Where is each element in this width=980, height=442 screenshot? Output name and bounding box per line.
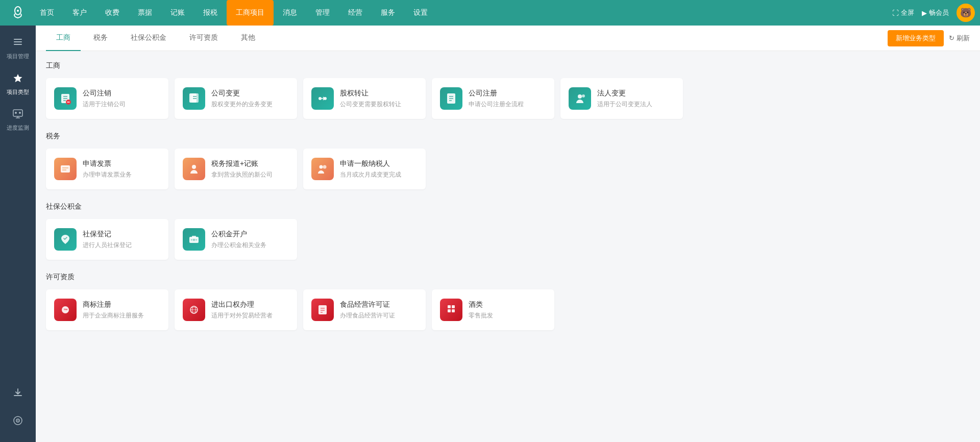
general-taxpayer-icon [311,158,334,180]
svg-point-8 [19,112,21,114]
add-type-button[interactable]: 新增业务类型 [888,30,944,46]
svg-rect-9 [14,395,22,396]
main-layout: 项目管理 项目类型 进度监测 [0,26,980,442]
svg-point-7 [15,112,17,114]
card-company-change[interactable]: 公司变更 股权变更外的业务变更 [175,78,297,119]
shuiwu-cards: 申请发票 办理申请发票业务 税务报道+记账 [46,149,970,189]
card-liquor[interactable]: 酒类 零售批发 [432,289,554,330]
legal-change-text: 法人变更 适用于公司变更法人 [597,89,652,109]
liquor-text: 酒类 零售批发 [469,300,493,320]
equity-transfer-icon [311,87,334,110]
sidebar: 项目管理 项目类型 进度监测 [0,26,36,442]
tax-accounting-desc: 拿到营业执照的新公司 [211,170,273,179]
trademark-desc: 用于企业商标注册服务 [83,311,144,320]
nav-tax[interactable]: 报税 [194,0,227,26]
trademark-name: 商标注册 [83,300,144,309]
svg-point-1 [17,10,19,12]
provident-fund-name: 公积金开户 [211,230,266,239]
sidebar-item-project-management[interactable]: 项目管理 [0,31,36,66]
sidebar-item-progress[interactable]: 进度监测 [0,102,36,138]
company-register-text: 公司注册 申请公司注册全流程 [469,89,524,109]
tab-gongshang[interactable]: 工商 [46,26,81,51]
nav-bill[interactable]: 票据 [129,0,161,26]
nav-home[interactable]: 首页 [31,0,63,26]
top-nav: 首页 客户 收费 票据 记账 报税 工商项目 消息 管理 经营 服务 设置 ⛶ … [0,0,980,26]
sidebar-download[interactable] [0,378,36,406]
tab-actions: 新增业务类型 ↻ 刷新 [888,30,970,46]
legal-change-icon [569,87,591,110]
legal-change-desc: 适用于公司变更法人 [597,100,652,109]
sidebar-label-pt: 项目类型 [7,88,29,96]
company-cancel-icon [54,87,77,110]
food-license-icon [311,299,334,321]
svg-point-30 [582,94,585,97]
equity-transfer-desc: 公司变更需要股权转让 [340,100,401,109]
svg-point-23 [318,97,322,100]
tab-xuke[interactable]: 许可资质 [179,26,228,51]
vip-btn[interactable]: ▶ 畅会员 [922,8,949,17]
shebao-section: 社保公积金 社保登记 进行人员社保登记 [46,202,970,260]
sidebar-help[interactable] [0,406,36,434]
svg-point-12 [17,420,18,421]
card-trademark[interactable]: ™ 商标注册 用于企业商标注册服务 [46,289,168,330]
nav-settings[interactable]: 设置 [404,0,437,26]
card-general-taxpayer[interactable]: 申请一般纳税人 当月或次月成变更完成 [303,149,426,189]
nav-fee[interactable]: 收费 [96,0,129,26]
sidebar-bottom [0,378,36,442]
refresh-button[interactable]: ↻ 刷新 [949,34,970,43]
nav-customer[interactable]: 客户 [63,0,96,26]
tab-shebao[interactable]: 社保公积金 [120,26,177,51]
liquor-icon [440,299,462,321]
refresh-label: 刷新 [957,34,970,43]
card-apply-invoice[interactable]: 申请发票 办理申请发票业务 [46,149,168,189]
nav-manage[interactable]: 管理 [306,0,339,26]
svg-rect-6 [13,110,22,116]
trademark-text: 商标注册 用于企业商标注册服务 [83,300,144,320]
tax-accounting-text: 税务报道+记账 拿到营业执照的新公司 [211,159,273,179]
food-license-name: 食品经营许可证 [340,300,395,309]
card-company-register[interactable]: 公司注册 申请公司注册全流程 [432,78,554,119]
tax-accounting-icon [183,158,205,180]
nav-items: 首页 客户 收费 票据 记账 报税 工商项目 消息 管理 经营 服务 设置 [31,0,892,26]
xuke-title: 许可资质 [46,273,970,282]
svg-text:™: ™ [63,308,68,313]
svg-rect-3 [14,41,22,42]
company-cancel-text: 公司注销 适用于注销公司 [83,89,126,109]
card-company-cancel[interactable]: 公司注销 适用于注销公司 [46,78,168,119]
tab-other[interactable]: 其他 [231,26,265,51]
nav-accounting[interactable]: 记账 [161,0,194,26]
tab-shuiwu[interactable]: 税务 [83,26,118,51]
xuke-section: 许可资质 ™ 商标注册 用于企业商标注册服务 [46,273,970,330]
shuiwu-section: 税务 申请发票 办理申请发票业务 [46,132,970,189]
liquor-desc: 零售批发 [469,311,493,320]
svg-rect-49 [318,305,327,314]
svg-rect-4 [14,44,22,45]
card-import-export[interactable]: 进出口权办理 适用于对外贸易经营者 [175,289,297,330]
sidebar-label-prog: 进度监测 [7,124,29,132]
general-taxpayer-text: 申请一般纳税人 当月或次月成变更完成 [340,159,401,179]
card-legal-change[interactable]: 法人变更 适用于公司变更法人 [560,78,683,119]
sidebar-item-project-type[interactable]: 项目类型 [0,66,36,102]
provident-fund-icon [183,228,205,251]
shebao-cards: 社保登记 进行人员社保登记 [46,219,970,260]
gongshang-title: 工商 [46,61,970,70]
apply-invoice-text: 申请发票 办理申请发票业务 [83,159,132,179]
nav-business[interactable]: 工商项目 [227,0,274,26]
company-cancel-desc: 适用于注销公司 [83,100,126,109]
general-taxpayer-name: 申请一般纳税人 [340,159,401,168]
company-change-text: 公司变更 股权变更外的业务变更 [211,89,273,109]
card-provident-fund[interactable]: 公积金开户 办理公积金相关业务 [175,219,297,260]
svg-rect-54 [452,305,455,308]
nav-service[interactable]: 服务 [372,0,404,26]
company-register-icon [440,87,462,110]
card-social-insurance[interactable]: 社保登记 进行人员社保登记 [46,219,168,260]
card-food-license[interactable]: 食品经营许可证 办理食品经营许可证 [303,289,426,330]
card-tax-accounting[interactable]: 税务报道+记账 拿到营业执照的新公司 [175,149,297,189]
user-avatar[interactable]: 🐻 [957,4,975,22]
nav-message[interactable]: 消息 [274,0,306,26]
equity-transfer-text: 股权转让 公司变更需要股权转让 [340,89,401,109]
nav-operation[interactable]: 经营 [339,0,372,26]
svg-point-34 [192,165,196,169]
card-equity-transfer[interactable]: 股权转让 公司变更需要股权转让 [303,78,426,119]
fullscreen-btn[interactable]: ⛶ 全屏 [892,8,914,17]
